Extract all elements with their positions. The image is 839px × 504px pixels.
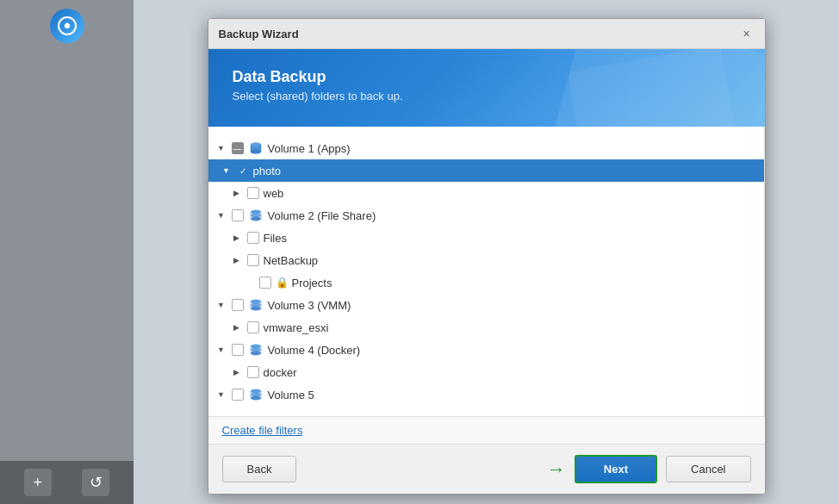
checkbox-vol2[interactable] — [232, 209, 244, 221]
db-icon-vol5 — [248, 387, 264, 402]
tree-item-vol5[interactable]: Volume 5 — [208, 383, 764, 406]
vol3-label: Volume 3 (VMM) — [268, 299, 351, 312]
wizard-subtitle: Select (shared) folders to back up. — [233, 90, 741, 103]
vol4-label: Volume 4 (Docker) — [268, 344, 361, 357]
tree-item-photo[interactable]: photo — [208, 159, 764, 182]
add-button[interactable]: + — [24, 469, 52, 496]
lock-icon: 🔒 — [276, 277, 289, 289]
docker-label: docker — [264, 366, 297, 379]
svg-point-8 — [251, 217, 261, 221]
checkbox-web[interactable] — [247, 187, 259, 199]
expand-arrow-files[interactable] — [231, 232, 243, 244]
netbackup-label: NetBackup — [264, 254, 319, 267]
expand-arrow-projects — [243, 277, 255, 289]
wizard-footer-buttons: Back → Next Cancel — [208, 444, 765, 494]
footer-right: → Next Cancel — [547, 455, 751, 483]
checkbox-vol5[interactable] — [232, 389, 244, 401]
svg-point-5 — [251, 150, 261, 154]
expand-arrow-vol2[interactable] — [215, 209, 227, 221]
tree-item-web[interactable]: web — [208, 182, 764, 204]
vol2-label: Volume 2 (File Share) — [268, 209, 376, 222]
back-button[interactable]: Back — [222, 456, 297, 482]
tree-item-vol4[interactable]: Volume 4 (Docker) — [208, 339, 764, 361]
tree-item-vol3[interactable]: Volume 3 (VMM) — [208, 294, 764, 316]
tree-item-vol2[interactable]: Volume 2 (File Share) — [208, 204, 764, 227]
files-label: Files — [264, 232, 287, 245]
taskbar-left: + ↺ — [0, 0, 134, 504]
window-title: Backup Wizard — [219, 28, 299, 40]
expand-arrow-vol5[interactable] — [215, 389, 227, 401]
history-button[interactable]: ↺ — [82, 469, 109, 496]
wizard-title: Data Backup — [233, 68, 741, 86]
db-icon-vol2 — [248, 208, 264, 223]
close-button[interactable]: × — [739, 26, 755, 41]
svg-point-14 — [251, 352, 261, 356]
expand-arrow-web[interactable] — [231, 187, 243, 199]
checkbox-vol1[interactable] — [232, 142, 244, 154]
tree-item-docker[interactable]: docker — [208, 361, 764, 383]
checkbox-netbackup[interactable] — [247, 254, 259, 266]
cancel-button[interactable]: Cancel — [666, 456, 750, 482]
checkbox-vmware[interactable] — [247, 321, 259, 333]
expand-arrow-vmware[interactable] — [231, 321, 243, 333]
svg-point-1 — [65, 23, 70, 28]
tree-item-vmware[interactable]: vmware_esxi — [208, 316, 764, 339]
expand-arrow-vol4[interactable] — [215, 344, 227, 356]
vol1-label: Volume 1 (Apps) — [268, 142, 351, 155]
footer-link-area: Create file filters — [208, 416, 765, 444]
tree-item-files[interactable]: Files — [208, 227, 764, 249]
wizard-header: Data Backup Select (shared) folders to b… — [208, 49, 765, 127]
arrow-indicator: → — [547, 458, 566, 481]
svg-point-17 — [251, 396, 261, 401]
create-filter-link[interactable]: Create file filters — [222, 424, 303, 437]
window-overlay: Backup Wizard × Data Backup Select (shar… — [134, 9, 839, 504]
web-label: web — [264, 187, 284, 200]
db-icon-vol3 — [248, 297, 264, 313]
folder-tree-panel[interactable]: Volume 1 (Apps) photo web — [208, 127, 765, 416]
modal-window: Backup Wizard × Data Backup Select (shar… — [208, 18, 766, 495]
db-icon-vol4 — [248, 342, 264, 358]
checkbox-projects[interactable] — [259, 277, 271, 289]
tree-item-projects[interactable]: 🔒 Projects — [208, 271, 764, 294]
expand-arrow-vol1[interactable] — [215, 142, 227, 154]
next-arrow-icon: → — [547, 458, 566, 481]
tree-item-vol1[interactable]: Volume 1 (Apps) — [208, 137, 764, 159]
checkbox-docker[interactable] — [247, 366, 259, 378]
checkbox-photo[interactable] — [237, 165, 249, 177]
tree-item-netbackup[interactable]: NetBackup — [208, 249, 764, 271]
next-button[interactable]: Next — [575, 455, 657, 483]
expand-arrow-docker[interactable] — [231, 366, 243, 378]
vol5-label: Volume 5 — [268, 389, 314, 401]
checkbox-vol4[interactable] — [232, 344, 244, 356]
desktop: + ↺ Backup Wizard × Data Backup Select (… — [0, 0, 839, 504]
photo-label: photo — [253, 165, 282, 177]
projects-label: Projects — [292, 277, 332, 289]
app-icon[interactable] — [50, 9, 84, 43]
window-titlebar: Backup Wizard × — [208, 19, 765, 49]
expand-arrow-photo[interactable] — [221, 165, 233, 177]
expand-arrow-netbackup[interactable] — [231, 254, 243, 266]
checkbox-files[interactable] — [247, 232, 259, 244]
vmware-label: vmware_esxi — [264, 321, 329, 334]
svg-point-11 — [251, 307, 261, 311]
db-icon-vol1 — [248, 140, 264, 156]
expand-arrow-vol3[interactable] — [215, 299, 227, 311]
taskbar-bottom: + ↺ — [0, 461, 134, 504]
checkbox-vol3[interactable] — [232, 299, 244, 311]
